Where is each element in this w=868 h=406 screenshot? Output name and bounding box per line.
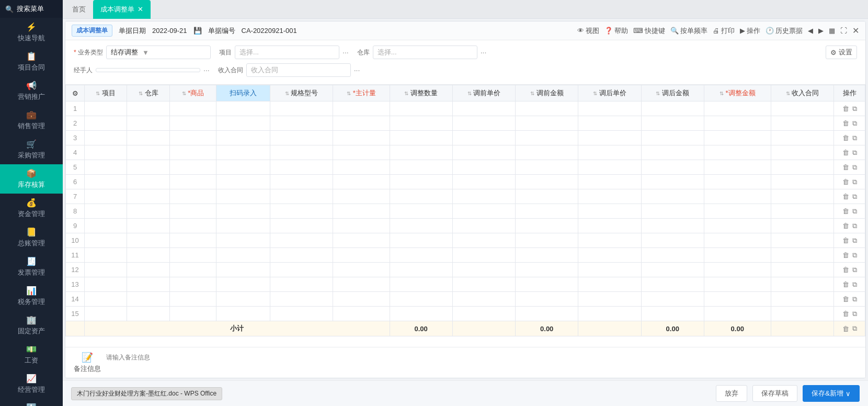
cell-1[interactable] [127, 145, 169, 160]
cell-2[interactable] [169, 102, 216, 116]
cell-12[interactable] [771, 131, 833, 145]
cell-2[interactable] [169, 145, 216, 160]
cell-1[interactable] [127, 204, 169, 219]
cell-9[interactable] [578, 263, 641, 277]
cell-7[interactable] [452, 307, 515, 321]
cell-5[interactable] [333, 145, 390, 160]
cell-0[interactable] [85, 248, 127, 263]
delete-row-button[interactable]: 🗑 [842, 251, 849, 260]
cell-4[interactable] [270, 307, 333, 321]
project-input[interactable]: 选择... [235, 46, 339, 59]
delete-row-button[interactable]: 🗑 [842, 178, 849, 186]
view-action[interactable]: 👁 视图 [577, 26, 599, 36]
cell-12[interactable] [771, 263, 833, 277]
subtotal-copy-button[interactable]: ⧉ [852, 324, 857, 333]
cell-1[interactable] [127, 189, 169, 204]
cell-9[interactable] [578, 145, 641, 160]
cell-4[interactable] [270, 145, 333, 160]
cell-1[interactable] [127, 116, 169, 131]
cell-0[interactable] [85, 219, 127, 233]
cell-7[interactable] [452, 248, 515, 263]
cell-3[interactable] [216, 292, 270, 307]
cell-9[interactable] [578, 160, 641, 175]
cell-12[interactable] [771, 233, 833, 248]
cell-10[interactable] [641, 204, 704, 219]
taskbar-item[interactable]: 木门行业好业财处理方案-墨红红.doc - WPS Office [71, 387, 222, 400]
delete-row-button[interactable]: 🗑 [842, 105, 849, 113]
cell-10[interactable] [641, 160, 704, 175]
close-window-button[interactable]: ✕ [852, 26, 859, 36]
cell-7[interactable] [452, 145, 515, 160]
cell-4[interactable] [270, 219, 333, 233]
cell-10[interactable] [641, 189, 704, 204]
warehouse-input[interactable]: 选择... [373, 46, 477, 59]
delete-row-button[interactable]: 🗑 [842, 266, 849, 274]
cell-4[interactable] [270, 233, 333, 248]
cell-10[interactable] [641, 116, 704, 131]
save-draft-button[interactable]: 保存草稿 [752, 385, 797, 402]
subtotal-delete-button[interactable]: 🗑 [842, 324, 849, 333]
cell-8[interactable] [516, 263, 578, 277]
biz-type-input[interactable]: 结存调整 ▼ [106, 46, 211, 59]
cell-4[interactable] [270, 292, 333, 307]
cell-6[interactable] [390, 116, 452, 131]
cell-2[interactable] [169, 175, 216, 189]
cell-1[interactable] [127, 219, 169, 233]
sidebar-item-fixed-assets[interactable]: 🏢 固定资产 [0, 311, 63, 340]
num-value[interactable]: CA-20220921-001 [242, 27, 297, 35]
cell-6[interactable] [390, 277, 452, 292]
cell-9[interactable] [578, 204, 641, 219]
cell-3[interactable] [216, 116, 270, 131]
cell-11[interactable] [704, 175, 771, 189]
cell-9[interactable] [578, 102, 641, 116]
cell-3[interactable] [216, 233, 270, 248]
sidebar-item-basic-info[interactable]: ℹ️ 基础信息 [0, 399, 63, 406]
sidebar-item-sales-mgmt[interactable]: 💼 销售管理 [0, 106, 63, 135]
notes-input[interactable] [106, 352, 857, 363]
copy-row-button[interactable]: ⧉ [852, 236, 857, 245]
income-contract-input[interactable]: 收入合同 [246, 63, 351, 77]
cell-11[interactable] [704, 116, 771, 131]
copy-row-button[interactable]: ⧉ [852, 251, 857, 260]
sidebar-item-ledger[interactable]: 📒 总账管理 [0, 223, 63, 252]
cell-3[interactable] [216, 307, 270, 321]
copy-row-button[interactable]: ⧉ [852, 119, 857, 128]
cell-0[interactable] [85, 292, 127, 307]
cell-10[interactable] [641, 175, 704, 189]
cell-12[interactable] [771, 145, 833, 160]
copy-row-button[interactable]: ⧉ [852, 178, 857, 186]
cell-7[interactable] [452, 292, 515, 307]
cell-7[interactable] [452, 277, 515, 292]
cell-2[interactable] [169, 292, 216, 307]
cell-8[interactable] [516, 116, 578, 131]
cell-2[interactable] [169, 116, 216, 131]
cell-5[interactable] [333, 160, 390, 175]
cell-0[interactable] [85, 307, 127, 321]
delete-row-button[interactable]: 🗑 [842, 310, 849, 318]
cell-6[interactable] [390, 307, 452, 321]
cell-12[interactable] [771, 175, 833, 189]
cell-6[interactable] [390, 189, 452, 204]
cell-11[interactable] [704, 277, 771, 292]
sidebar-item-tax[interactable]: 📊 税务管理 [0, 281, 63, 311]
cell-0[interactable] [85, 233, 127, 248]
cell-9[interactable] [578, 307, 641, 321]
cell-2[interactable] [169, 160, 216, 175]
cell-7[interactable] [452, 233, 515, 248]
cell-2[interactable] [169, 131, 216, 145]
copy-row-button[interactable]: ⧉ [852, 295, 857, 303]
delete-row-button[interactable]: 🗑 [842, 149, 849, 157]
cell-12[interactable] [771, 307, 833, 321]
cell-10[interactable] [641, 292, 704, 307]
cell-5[interactable] [333, 131, 390, 145]
cell-12[interactable] [771, 102, 833, 116]
cell-8[interactable] [516, 175, 578, 189]
cell-8[interactable] [516, 292, 578, 307]
cell-9[interactable] [578, 116, 641, 131]
cell-12[interactable] [771, 277, 833, 292]
delete-row-button[interactable]: 🗑 [842, 134, 849, 142]
cell-8[interactable] [516, 248, 578, 263]
cell-0[interactable] [85, 145, 127, 160]
print-action[interactable]: 🖨 打印 [713, 26, 735, 36]
cell-7[interactable] [452, 189, 515, 204]
